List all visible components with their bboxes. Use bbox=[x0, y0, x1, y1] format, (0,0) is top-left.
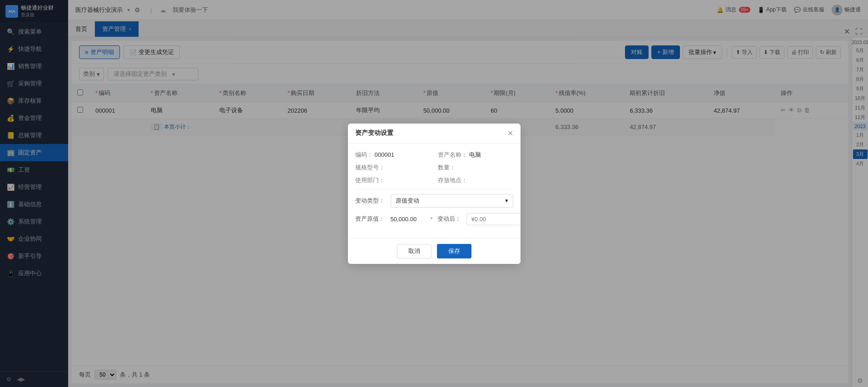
original-value-label: 资产原值： bbox=[355, 215, 387, 223]
modal-footer: 取消 保存 bbox=[348, 238, 521, 264]
modal-form-row-values: 资产原值： 50,000.00 * 变动后： bbox=[355, 213, 513, 225]
spec-label: 规格型号： bbox=[355, 164, 385, 172]
modal-overlay: 资产变动设置 ✕ 编码： 000001 资产名称： 电脑 规格型号： bbox=[0, 0, 868, 387]
change-type-select[interactable]: 原值变动 ▾ bbox=[391, 194, 513, 208]
qty-label: 数量： bbox=[438, 164, 456, 172]
modal-row-2: 规格型号： 数量： bbox=[355, 164, 513, 172]
asset-name-label: 资产名称： bbox=[438, 151, 467, 159]
after-change-label: 变动后： bbox=[437, 215, 461, 223]
after-change-input[interactable] bbox=[466, 213, 521, 225]
change-type-value: 原值变动 bbox=[396, 197, 419, 205]
modal-header: 资产变动设置 ✕ bbox=[348, 124, 521, 144]
modal-row-3: 使用部门： 存放地点： bbox=[355, 176, 513, 184]
dept-label: 使用部门： bbox=[355, 176, 385, 184]
code-label: 编码： bbox=[355, 151, 373, 159]
change-type-dropdown-icon: ▾ bbox=[505, 197, 508, 204]
save-button[interactable]: 保存 bbox=[437, 244, 471, 258]
asset-name-value: 电脑 bbox=[469, 151, 481, 159]
modal-close-icon[interactable]: ✕ bbox=[507, 129, 513, 138]
asset-change-modal: 资产变动设置 ✕ 编码： 000001 资产名称： 电脑 规格型号： bbox=[348, 124, 521, 264]
modal-body: 编码： 000001 资产名称： 电脑 规格型号： 数量： bbox=[348, 144, 521, 238]
modal-divider bbox=[355, 189, 513, 189]
modal-row-1: 编码： 000001 资产名称： 电脑 bbox=[355, 151, 513, 159]
location-label: 存放地点： bbox=[438, 176, 467, 184]
code-value: 000001 bbox=[375, 151, 394, 158]
cancel-button[interactable]: 取消 bbox=[397, 244, 432, 258]
modal-title: 资产变动设置 bbox=[355, 129, 393, 137]
modal-form-row-change-type: 变动类型： 原值变动 ▾ bbox=[355, 194, 513, 208]
change-type-label: 变动类型： bbox=[355, 197, 387, 205]
original-value-display: 50,000.00 bbox=[391, 216, 427, 223]
required-star: * bbox=[431, 216, 433, 223]
